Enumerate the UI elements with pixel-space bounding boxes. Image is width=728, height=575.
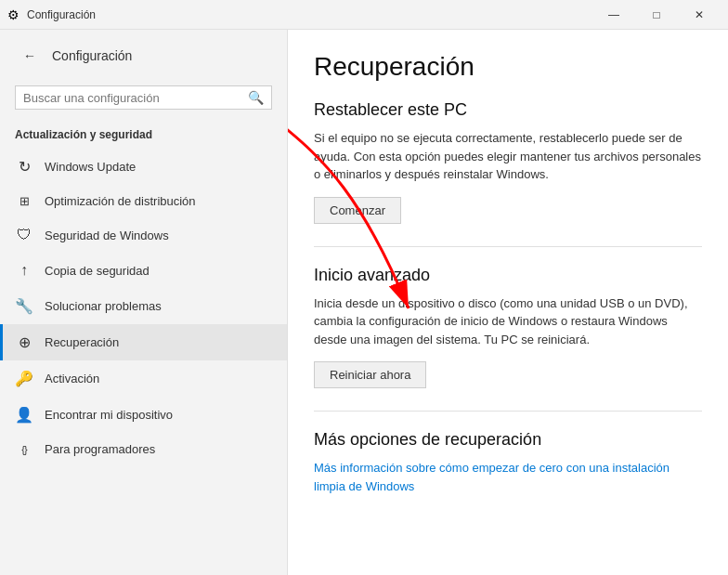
sidebar-item-solucionar[interactable]: 🔧 Solucionar problemas <box>0 288 287 324</box>
windows-update-icon: ↻ <box>15 158 33 176</box>
sidebar-item-optimizacion[interactable]: ⊞ Optimización de distribución <box>0 185 287 217</box>
section1-title: Restablecer este PC <box>314 100 702 120</box>
programadores-icon: {} <box>15 444 33 455</box>
search-icon[interactable]: 🔍 <box>248 90 264 105</box>
search-input[interactable] <box>23 91 242 105</box>
section2-title: Inicio avanzado <box>314 266 702 285</box>
section3-title: Más opciones de recuperación <box>314 430 702 450</box>
recuperacion-icon: ⊕ <box>15 333 33 351</box>
sidebar-app-title: Configuración <box>52 48 132 63</box>
sidebar-item-label: Encontrar mi dispositivo <box>45 408 173 422</box>
divider2 <box>314 411 702 412</box>
title-bar: ⚙ Configuración — □ ✕ <box>0 0 728 30</box>
sidebar-item-encontrar[interactable]: 👤 Encontrar mi dispositivo <box>0 397 287 433</box>
main-content: Recuperación Restablecer este PC Si el e… <box>288 30 728 575</box>
sidebar-item-label: Windows Update <box>45 160 136 174</box>
reiniciar-button[interactable]: Reiniciar ahora <box>314 361 426 388</box>
copia-icon: ↑ <box>15 262 33 279</box>
app-icon: ⚙ <box>7 7 20 22</box>
sidebar-item-copia[interactable]: ↑ Copia de seguridad <box>0 253 287 288</box>
sidebar-section-title: Actualización y seguridad <box>0 121 287 149</box>
sidebar-header: ← Configuración <box>0 30 287 82</box>
back-button[interactable]: ← <box>15 41 45 71</box>
minimize-button[interactable]: — <box>592 0 635 30</box>
sidebar-item-label: Activación <box>45 372 99 386</box>
app-body: ← Configuración 🔍 Actualización y seguri… <box>0 30 728 575</box>
optimizacion-icon: ⊞ <box>15 194 33 208</box>
activacion-icon: 🔑 <box>15 370 33 387</box>
sidebar-item-seguridad[interactable]: 🛡 Seguridad de Windows <box>0 217 287 253</box>
solucionar-icon: 🔧 <box>15 297 33 315</box>
search-box: 🔍 <box>15 85 272 110</box>
title-bar-left: ⚙ Configuración <box>7 7 96 22</box>
page-title: Recuperación <box>314 52 702 82</box>
sidebar-item-label: Optimización de distribución <box>45 194 196 208</box>
sidebar-item-label: Seguridad de Windows <box>45 229 169 242</box>
section2-description: Inicia desde un dispositivo o disco (com… <box>314 294 702 349</box>
close-button[interactable]: ✕ <box>678 0 721 30</box>
maximize-button[interactable]: □ <box>635 0 678 30</box>
sidebar-item-programadores[interactable]: {} Para programadores <box>0 433 287 465</box>
seguridad-icon: 🛡 <box>15 227 33 243</box>
sidebar-item-label: Solucionar problemas <box>45 299 162 313</box>
title-bar-title: Configuración <box>27 8 96 21</box>
encontrar-icon: 👤 <box>15 406 33 424</box>
sidebar-item-label: Para programadores <box>45 442 155 456</box>
sidebar-item-activacion[interactable]: 🔑 Activación <box>0 360 287 397</box>
comenzar-button[interactable]: Comenzar <box>314 197 401 224</box>
clean-install-link[interactable]: Más información sobre cómo empezar de ce… <box>314 461 670 493</box>
divider1 <box>314 246 702 247</box>
sidebar-item-label: Recuperación <box>45 335 119 349</box>
sidebar-item-windows-update[interactable]: ↻ Windows Update <box>0 149 287 185</box>
sidebar-item-label: Copia de seguridad <box>45 264 150 278</box>
sidebar: ← Configuración 🔍 Actualización y seguri… <box>0 30 288 575</box>
sidebar-item-recuperacion[interactable]: ⊕ Recuperación <box>0 324 287 360</box>
title-bar-controls: — □ ✕ <box>592 0 721 30</box>
section1-description: Si el equipo no se ejecuta correctamente… <box>314 129 702 184</box>
